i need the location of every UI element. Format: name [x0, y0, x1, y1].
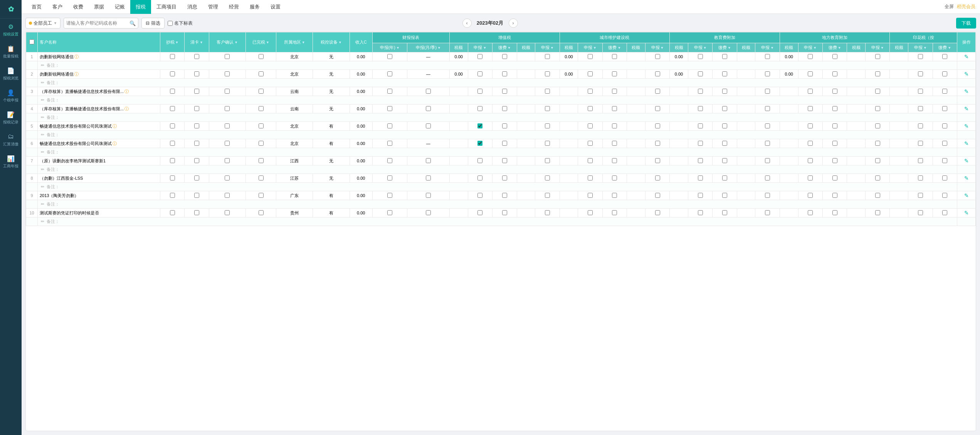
- nav-customer[interactable]: 客户: [47, 0, 68, 14]
- csjs-declare-cb[interactable]: [588, 193, 593, 198]
- clear-card-cb[interactable]: [194, 175, 199, 180]
- csjs-declare-cb[interactable]: [588, 89, 593, 94]
- clear-card-cb[interactable]: [194, 106, 199, 111]
- zzs-declare2-cb[interactable]: [545, 54, 550, 59]
- zzs-declare2-cb[interactable]: [545, 158, 550, 163]
- zzs-declare-cb[interactable]: [477, 158, 482, 163]
- csjs-declare2-cb[interactable]: [655, 193, 660, 198]
- yhs-declare-cb[interactable]: [918, 175, 923, 180]
- dfyjfj-pay-cb[interactable]: [832, 175, 837, 180]
- client-confirm-cb[interactable]: [225, 175, 230, 180]
- yhs-declare-cb[interactable]: [918, 193, 923, 198]
- yhs-pay-cb[interactable]: [942, 54, 947, 59]
- dfyjfj-declare-cb[interactable]: [808, 193, 813, 198]
- zzs-declare2-cb[interactable]: [545, 175, 550, 180]
- dfyjfj-declare2-cb[interactable]: [875, 54, 880, 59]
- jyfj-declare2-cb[interactable]: [765, 106, 770, 111]
- dfyjfj-declare2-cb[interactable]: [875, 106, 880, 111]
- checkbox-label-mylist[interactable]: 名下标表: [168, 20, 193, 27]
- zzs-pay-cb[interactable]: [502, 123, 507, 128]
- csjs-declare2-cb[interactable]: [655, 106, 660, 111]
- clear-card-cb[interactable]: [194, 71, 199, 76]
- caiwu-year-cb[interactable]: [387, 141, 392, 146]
- jyfj-declare2-cb[interactable]: [765, 158, 770, 163]
- caiwu-month-cb[interactable]: [426, 193, 431, 198]
- client-confirm-cb[interactable]: [225, 193, 230, 198]
- csjs-declare-cb[interactable]: [588, 54, 593, 59]
- jyfj-declare2-cb[interactable]: [765, 123, 770, 128]
- sidebar-item-batch-tax[interactable]: 📋 批量报税: [0, 40, 22, 62]
- dfyjfj-declare-cb[interactable]: [808, 158, 813, 163]
- zzs-declare-cb[interactable]: [477, 71, 482, 76]
- csjs-declare-cb[interactable]: [588, 175, 593, 180]
- yhs-declare-cb[interactable]: [918, 89, 923, 94]
- jyfj-declare-cb[interactable]: [698, 54, 703, 59]
- caiwu-year-cb[interactable]: [387, 54, 392, 59]
- yhs-pay-cb[interactable]: [942, 106, 947, 111]
- copy-tax-cb[interactable]: [170, 106, 175, 111]
- csjs-pay-cb[interactable]: [612, 89, 617, 94]
- csjs-declare2-cb[interactable]: [655, 141, 660, 146]
- dfyjfj-declare2-cb[interactable]: [875, 193, 880, 198]
- caiwu-year-cb[interactable]: [387, 158, 392, 163]
- employee-filter[interactable]: 全部员工 ▼: [25, 18, 61, 29]
- jyfj-pay-cb[interactable]: [722, 210, 727, 215]
- edit-button[interactable]: ✎: [964, 123, 969, 129]
- yhs-pay-cb[interactable]: [942, 193, 947, 198]
- sidebar-item-annual-report[interactable]: 📊 工商年报: [0, 150, 22, 172]
- zzs-pay-cb[interactable]: [502, 71, 507, 76]
- client-confirm-cb[interactable]: [225, 210, 230, 215]
- csjs-declare2-cb[interactable]: [655, 71, 660, 76]
- nav-billing[interactable]: 收费: [68, 0, 89, 14]
- edit-button[interactable]: ✎: [964, 106, 969, 112]
- jyfj-pay-cb[interactable]: [722, 175, 727, 180]
- csjs-declare2-cb[interactable]: [655, 54, 660, 59]
- zzs-declare2-cb[interactable]: [545, 71, 550, 76]
- copy-tax-cb[interactable]: [170, 89, 175, 94]
- zzs-pay-cb[interactable]: [502, 141, 507, 146]
- copy-tax-cb[interactable]: [170, 210, 175, 215]
- zzs-declare-cb[interactable]: [477, 210, 482, 215]
- jyfj-declare-cb[interactable]: [698, 106, 703, 111]
- jyfj-pay-cb[interactable]: [722, 158, 727, 163]
- jyfj-pay-cb[interactable]: [722, 141, 727, 146]
- copy-tax-cb[interactable]: [170, 141, 175, 146]
- edit-button[interactable]: ✎: [964, 192, 969, 199]
- copy-tax-cb[interactable]: [170, 54, 175, 59]
- clear-card-cb[interactable]: [194, 141, 199, 146]
- caiwu-month-cb[interactable]: [426, 175, 431, 180]
- jyfj-pay-cb[interactable]: [722, 89, 727, 94]
- zzs-declare-cb[interactable]: [477, 89, 482, 94]
- dfyjfj-declare-cb[interactable]: [808, 210, 813, 215]
- zzs-declare2-cb[interactable]: [545, 89, 550, 94]
- zzs-pay-cb[interactable]: [502, 54, 507, 59]
- dfyjfj-pay-cb[interactable]: [832, 141, 837, 146]
- jyfj-declare-cb[interactable]: [698, 89, 703, 94]
- jyfj-declare2-cb[interactable]: [765, 141, 770, 146]
- zzs-declare2-cb[interactable]: [545, 106, 550, 111]
- edit-button[interactable]: ✎: [964, 54, 969, 60]
- caiwu-month-cb[interactable]: [426, 106, 431, 111]
- csjs-pay-cb[interactable]: [612, 106, 617, 111]
- zzs-declare-cb[interactable]: [477, 123, 482, 128]
- clear-card-cb[interactable]: [194, 193, 199, 198]
- clear-card-cb[interactable]: [194, 210, 199, 215]
- csjs-pay-cb[interactable]: [612, 123, 617, 128]
- jyfj-pay-cb[interactable]: [722, 71, 727, 76]
- yhs-pay-cb[interactable]: [942, 89, 947, 94]
- paid-tax-cb[interactable]: [259, 175, 264, 180]
- client-confirm-cb[interactable]: [225, 71, 230, 76]
- client-confirm-cb[interactable]: [225, 106, 230, 111]
- zzs-pay-cb[interactable]: [502, 210, 507, 215]
- edit-button[interactable]: ✎: [964, 175, 969, 181]
- client-confirm-cb[interactable]: [225, 123, 230, 128]
- dfyjfj-pay-cb[interactable]: [832, 210, 837, 215]
- caiwu-month-cb[interactable]: [426, 210, 431, 215]
- yhs-pay-cb[interactable]: [942, 123, 947, 128]
- caiwu-year-cb[interactable]: [387, 193, 392, 198]
- dfyjfj-declare2-cb[interactable]: [875, 141, 880, 146]
- zzs-declare2-cb[interactable]: [545, 141, 550, 146]
- mylist-checkbox[interactable]: [168, 21, 173, 26]
- dfyjfj-declare-cb[interactable]: [808, 54, 813, 59]
- yhs-pay-cb[interactable]: [942, 158, 947, 163]
